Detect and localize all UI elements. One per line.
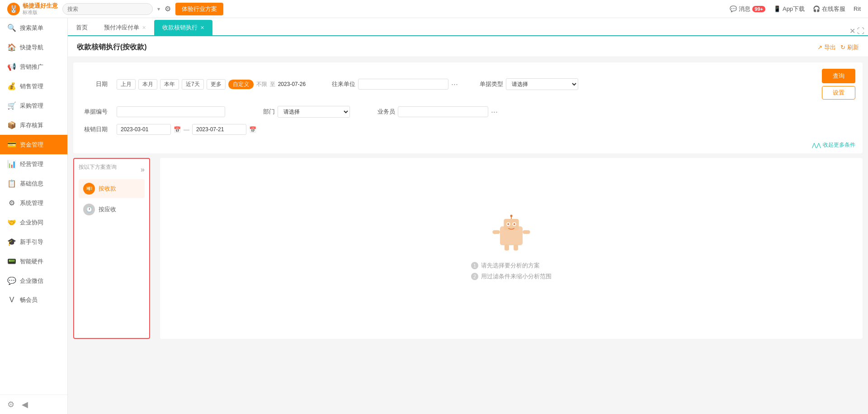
date-label: 日期	[80, 80, 108, 88]
collapse-button[interactable]: ⋀⋀ 收起更多条件	[812, 141, 855, 149]
calendar-start-icon[interactable]: 📅	[174, 126, 181, 133]
tab-receivable-close-icon[interactable]: ✕	[200, 25, 204, 31]
sidebar-item-operation[interactable]: 📊经营管理	[0, 154, 67, 174]
message-icon: 💬	[730, 5, 737, 12]
staff-dots-icon[interactable]: ···	[491, 107, 498, 117]
top-bar-right: 💬 消息 99+ 📱 App下载 🎧 在线客服 Rit	[730, 5, 861, 13]
filter-area: 日期 上月 本月 本年 近7天 更多 自定义 不限 至	[80, 69, 855, 149]
sidebar-item-wechat[interactable]: 💬企业微信	[0, 271, 67, 290]
left-panel-item-receipt[interactable]: 💴 按收款	[79, 179, 145, 198]
search-input[interactable]	[62, 3, 153, 15]
left-panel-title: 按以下方案查询	[79, 163, 117, 171]
date-custom[interactable]: 自定义	[228, 80, 254, 89]
top-bar: 🐰 畅捷通好生意 标准版 ▾ ⚙ 体验行业方案 💬 消息 99+ 📱 App下载…	[0, 0, 868, 18]
main-layout: 🔍搜索菜单🏠快捷导航📢营销推广💰销售管理🛒采购管理📦库存核算💳资金管理📊经营管理…	[0, 18, 868, 414]
sidebar-label-purchase: 采购管理	[20, 102, 43, 110]
sidebar-icon-purchase: 🛒	[7, 101, 16, 110]
receipt-icon: 💴	[83, 183, 95, 195]
sidebar-label-basic: 基础信息	[20, 180, 43, 188]
sidebar-item-search[interactable]: 🔍搜索菜单	[0, 18, 67, 38]
logo-icon: 🐰	[7, 3, 20, 15]
left-panel-collapse-icon[interactable]: »	[141, 166, 145, 174]
sidebar-icon-operation: 📊	[7, 160, 16, 168]
sidebar-label-sales: 销售管理	[20, 82, 43, 90]
calendar-end-icon[interactable]: 📅	[249, 126, 256, 133]
sidebar-label-newbie: 新手引导	[20, 238, 43, 246]
sidebar-item-corp[interactable]: 🤝企业协同	[0, 213, 67, 232]
app-download-button[interactable]: 📱 App下载	[774, 5, 805, 13]
sidebar-item-marketing[interactable]: 📢营销推广	[0, 57, 67, 76]
step2-icon: 2	[471, 273, 478, 280]
tab-close-btn[interactable]: ✕	[849, 27, 855, 35]
date-7days[interactable]: 近7天	[182, 79, 204, 90]
verify-date-start[interactable]	[117, 124, 171, 135]
receivable-icon: 🕐	[83, 204, 95, 215]
setting-button[interactable]: 设置	[822, 86, 855, 100]
sidebar-icon-search: 🔍	[7, 24, 16, 32]
date-this-year[interactable]: 本年	[160, 79, 179, 90]
verify-date-end[interactable]	[192, 124, 246, 135]
sidebar-item-purchase[interactable]: 🛒采购管理	[0, 96, 67, 115]
message-button[interactable]: 💬 消息 99+	[730, 5, 765, 13]
counterpart-dots-icon[interactable]: ···	[451, 80, 458, 89]
right-content: 1 请先选择要分析的方案 2 用过滤条件来缩小分析范围	[160, 158, 863, 339]
tab-home[interactable]: 首页	[68, 20, 96, 35]
refresh-button[interactable]: ↻ 刷新	[840, 43, 859, 52]
sidebar-item-vip[interactable]: V畅会员	[0, 290, 67, 309]
staff-input[interactable]	[398, 106, 488, 117]
tab-bar-actions: ✕ ⛶	[846, 27, 868, 35]
sidebar-item-quick-nav[interactable]: 🏠快捷导航	[0, 38, 67, 57]
sidebar-label-marketing: 营销推广	[20, 63, 43, 71]
sidebar-item-basic[interactable]: 📋基础信息	[0, 174, 67, 193]
solution-button[interactable]: 体验行业方案	[175, 3, 223, 15]
dropdown-arrow-icon[interactable]: ▾	[157, 6, 160, 12]
refresh-icon: ↻	[840, 44, 845, 51]
tab-bar: 首页 预付冲应付单 ✕ 收款核销执行 ✕ ✕ ⛶	[68, 18, 868, 36]
sidebar-item-newbie[interactable]: 🎓新手引导	[0, 232, 67, 252]
sidebar-item-system[interactable]: ⚙系统管理	[0, 193, 67, 213]
tab-maximize-btn[interactable]: ⛶	[857, 27, 864, 35]
sidebar-item-sales[interactable]: 💰销售管理	[0, 76, 67, 96]
empty-hints: 1 请先选择要分析的方案 2 用过滤条件来缩小分析范围	[471, 262, 552, 283]
date-this-month[interactable]: 本月	[138, 79, 157, 90]
export-button[interactable]: ↗ 导出	[817, 43, 836, 52]
filter-row-1: 日期 上月 本月 本年 近7天 更多 自定义 不限 至	[80, 69, 855, 100]
app-version: 标准版	[23, 10, 58, 15]
collapse-icon[interactable]: ◀	[22, 400, 28, 409]
dept-group: 部门 请选择	[248, 106, 350, 118]
date-more[interactable]: 更多	[207, 79, 226, 90]
tab-prepay-close-icon[interactable]: ✕	[142, 25, 146, 31]
tab-receivable[interactable]: 收款核销执行 ✕	[154, 20, 212, 35]
dept-select[interactable]: 请选择	[278, 106, 350, 118]
query-button[interactable]: 查询	[822, 69, 855, 83]
sidebar-item-finance[interactable]: 💳资金管理	[0, 135, 67, 154]
sidebar-icon-inventory: 📦	[7, 121, 16, 129]
doctype-select[interactable]: 请选择	[506, 78, 578, 90]
online-service-button[interactable]: 🎧 在线客服	[813, 5, 845, 13]
sidebar-item-inventory[interactable]: 📦库存核算	[0, 115, 67, 135]
tab-prepay[interactable]: 预付冲应付单 ✕	[96, 20, 154, 35]
page-header-actions: ↗ 导出 ↻ 刷新	[817, 43, 859, 52]
collapse-area: ⋀⋀ 收起更多条件	[80, 141, 855, 149]
docno-input[interactable]	[117, 106, 225, 117]
counterpart-label: 往来单位	[328, 80, 355, 88]
sidebar-label-corp: 企业协同	[20, 219, 43, 227]
sidebar-icon-corp: 🤝	[7, 218, 16, 227]
settings-icon[interactable]: ⚙	[7, 400, 14, 409]
page-header: 收款核销执行(按收款) ↗ 导出 ↻ 刷新	[68, 36, 868, 57]
left-panel-item-receivable[interactable]: 🕐 按应收	[79, 200, 145, 219]
sidebar-item-smart-hw[interactable]: 📟智能硬件	[0, 252, 67, 271]
sidebar-label-smart-hw: 智能硬件	[20, 257, 43, 266]
staff-label: 业务员	[368, 108, 395, 116]
tab-prepay-label: 预付冲应付单	[104, 24, 139, 32]
date-last-month[interactable]: 上月	[117, 79, 136, 90]
sidebar: 🔍搜索菜单🏠快捷导航📢营销推广💰销售管理🛒采购管理📦库存核算💳资金管理📊经营管理…	[0, 18, 68, 414]
docno-label: 单据编号	[80, 108, 108, 116]
gear-icon[interactable]: ⚙	[165, 5, 171, 13]
sidebar-label-finance: 资金管理	[20, 141, 43, 149]
counterpart-input[interactable]	[358, 79, 448, 90]
filter-row-2: 单据编号 部门 请选择 业务员	[80, 106, 855, 118]
receivable-label: 按应收	[99, 205, 116, 214]
user-name[interactable]: Rit	[854, 5, 861, 12]
collapse-up-icon: ⋀⋀	[812, 142, 821, 148]
